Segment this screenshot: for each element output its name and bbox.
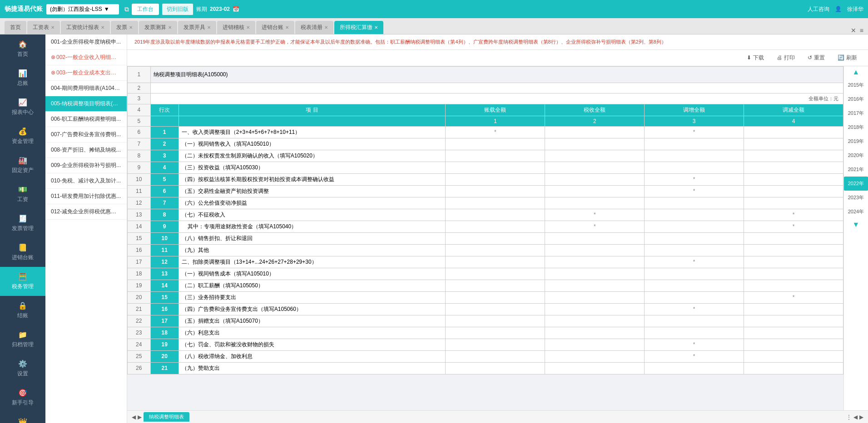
- sidebar-item-member[interactable]: 👑 畅会员: [0, 412, 45, 423]
- table-header-row: 4 行次 项 目 账载全额 税收全额 调增全额 调减全额: [128, 104, 843, 116]
- tab-invoice-open[interactable]: 发票开具 ✕: [178, 21, 216, 34]
- sidebar-item-finance[interactable]: 💰 资金管理: [0, 122, 45, 151]
- error-icon: ⊗: [51, 54, 55, 60]
- payroll-icon: 💵: [18, 185, 27, 194]
- year-item-2017[interactable]: 2017年: [844, 106, 868, 120]
- table-row: 13 8 （七）不征税收入 * *: [128, 209, 843, 221]
- col-a-header: 行次: [150, 104, 179, 116]
- sidebar-item-close[interactable]: 🔒 结账: [0, 296, 45, 325]
- newbie-icon: 🎯: [18, 389, 27, 397]
- year-item-2023[interactable]: 2023年: [844, 191, 868, 205]
- sidebar-item-invoices[interactable]: 🧾 发票管理: [0, 209, 45, 238]
- left-panel-item-010[interactable]: 010-免税、减计收入及加计...: [45, 173, 127, 189]
- year-item-2021[interactable]: 2021年: [844, 162, 868, 177]
- tab-invoice[interactable]: 发票 ✕: [111, 21, 138, 34]
- switch-button[interactable]: 切到旧版: [162, 3, 193, 15]
- table-row: 7 2 （一）视同销售收入（填写A105010）: [128, 138, 843, 150]
- workbench-button[interactable]: 工作台: [132, 4, 159, 15]
- close-icon[interactable]: ✕: [168, 25, 172, 30]
- left-panel-item-003[interactable]: ⊗003-一般企业成本支出明细...: [45, 65, 127, 81]
- support-label[interactable]: 人工咨询: [808, 5, 829, 13]
- table-row-2: 2: [128, 83, 843, 93]
- close-icon[interactable]: ✕: [207, 25, 211, 30]
- close-icon[interactable]: ✕: [285, 25, 289, 30]
- year-item-2020[interactable]: 2020年: [844, 148, 868, 162]
- left-panel-item-007[interactable]: 007-广告费和业务宣传费明...: [45, 127, 127, 143]
- col-b-header: 项 目: [179, 104, 446, 116]
- sidebar-item-ledger[interactable]: 📊 总账: [0, 64, 45, 93]
- close-all-icon[interactable]: ✕: [851, 27, 856, 34]
- sidebar-item-stockbook[interactable]: 📒 进销台账: [0, 238, 45, 267]
- year-item-2016[interactable]: 2016年: [844, 92, 868, 106]
- left-panel-item-008[interactable]: 008-资产折旧、摊销及纳税...: [45, 143, 127, 158]
- table-row: 24 19 （七）罚金、罚款和被没收财物的损失 *: [128, 339, 843, 350]
- close-icon[interactable]: ✕: [246, 25, 250, 30]
- scroll-right-icon[interactable]: ▶: [138, 414, 142, 420]
- download-button[interactable]: ⬇ 下载: [743, 53, 768, 63]
- table-row: 18 13 （一）视同销售成本（填写A105010）: [128, 268, 843, 280]
- left-panel-item-012[interactable]: 012-减免企业所得税优惠明细(0...: [45, 204, 127, 220]
- tab-stock-ledger[interactable]: 进销台账 ✕: [256, 21, 294, 34]
- tab-payroll-stats[interactable]: 工资统计报表 ✕: [61, 21, 110, 34]
- left-panel-item-005[interactable]: 005-纳税调整项目明细表(A1...: [45, 96, 127, 112]
- year-up-arrow[interactable]: ▲: [851, 66, 862, 78]
- sidebar-item-newbie[interactable]: 🎯 新手引导: [0, 383, 45, 412]
- bottom-tab-item[interactable]: 纳税调整明细表: [144, 412, 189, 422]
- copy-icon: ⧉: [124, 5, 129, 13]
- tab-stock-check[interactable]: 进销稽核 ✕: [217, 21, 255, 34]
- close-icon[interactable]: ✕: [324, 25, 328, 30]
- tab-bar: 首页 工资表 ✕ 工资统计报表 ✕ 发票 ✕ 发票测算 ✕ 发票开具 ✕ 进销稽…: [0, 18, 868, 34]
- year-down-arrow[interactable]: ▼: [851, 219, 862, 231]
- sidebar-item-payroll[interactable]: 💵 工资: [0, 180, 45, 209]
- table-row: 26 21 （九）赞助支出: [128, 362, 843, 374]
- sidebar-item-reports[interactable]: 📈 报表中心: [0, 93, 45, 122]
- tab-tax-clear[interactable]: 税表清册 ✕: [295, 21, 333, 34]
- year-item-2022[interactable]: 2022年: [844, 177, 868, 191]
- left-panel-item-001[interactable]: 001-企业所得税年度纳税申...: [45, 34, 127, 50]
- assets-icon: 🏭: [18, 156, 27, 165]
- refresh-button[interactable]: 🔄 刷新: [834, 53, 861, 63]
- sidebar-item-assets[interactable]: 🏭 固定资产: [0, 151, 45, 180]
- print-icon: 🖨: [777, 54, 782, 61]
- tab-payroll[interactable]: 工资表 ✕: [27, 21, 60, 34]
- app-logo: 畅捷通易代账: [5, 5, 43, 13]
- spreadsheet-container[interactable]: 1 纳税调整项目明细表(A105000) 2 3 全额单位：元: [127, 66, 843, 411]
- scroll-left-icon[interactable]: ◀: [132, 414, 136, 420]
- left-panel-item-009[interactable]: 009-企业所得税弥补亏损明...: [45, 158, 127, 173]
- tab-invoice-calc[interactable]: 发票测算 ✕: [139, 21, 177, 34]
- tab-home[interactable]: 首页: [5, 21, 26, 34]
- left-panel-item-004[interactable]: 004-期间费用明细表(A1040...: [45, 81, 127, 96]
- print-button[interactable]: 🖨 打印: [773, 53, 799, 63]
- col-f-header: 调减全额: [744, 104, 843, 116]
- close-icon[interactable]: ✕: [101, 25, 104, 30]
- sidebar-item-home[interactable]: 🏠 首页: [0, 34, 45, 64]
- sidebar-item-tax[interactable]: 🧮 税务管理: [0, 267, 45, 296]
- year-item-2015[interactable]: 2015年: [844, 78, 868, 92]
- tab-income-tax[interactable]: 所得税汇算缴 ✕: [334, 21, 383, 34]
- horizontal-scroll-right-icon[interactable]: ▶: [859, 414, 863, 420]
- tab-right-actions: ✕ ≡: [851, 27, 863, 34]
- col-e-header: 调增全额: [645, 104, 744, 116]
- left-panel-item-011[interactable]: 011-研发费用加计扣除优惠...: [45, 189, 127, 204]
- horizontal-scroll-left-icon[interactable]: ◀: [853, 414, 858, 420]
- table-sub-header-row: 5 1 2 3 4: [128, 116, 843, 126]
- close-icon[interactable]: ✕: [51, 25, 55, 30]
- year-item-2024[interactable]: 2024年: [844, 205, 868, 219]
- error-icon: ⊗: [51, 69, 55, 76]
- sidebar-item-archive[interactable]: 📁 归档管理: [0, 325, 45, 354]
- table-row: 11 6 （五）交易性金融资产初始投资调整 *: [128, 185, 843, 197]
- sub-header-c: 1: [446, 116, 545, 126]
- company-selector[interactable]: (勿删）江西股金-LSS ▼: [46, 4, 119, 15]
- close-icon[interactable]: ✕: [129, 25, 133, 30]
- year-item-2018[interactable]: 2018年: [844, 120, 868, 134]
- left-panel-item-002[interactable]: ⊗002-一般企业收入明细表(A1...: [45, 50, 127, 65]
- table-row: 14 9 其中：专项用途财政性资金（填写A105040） * *: [128, 221, 843, 232]
- close-icon[interactable]: ✕: [374, 25, 378, 30]
- user-label[interactable]: 徐泽华: [847, 5, 863, 13]
- sidebar-item-settings[interactable]: ⚙️ 设置: [0, 354, 45, 383]
- table-row-unit: 3 全额单位：元: [128, 93, 843, 104]
- year-item-2019[interactable]: 2019年: [844, 134, 868, 148]
- left-panel-item-006[interactable]: 006-职工薪酬纳税调整明细...: [45, 112, 127, 127]
- reset-button[interactable]: ↺ 重置: [804, 53, 828, 63]
- menu-icon[interactable]: ≡: [860, 27, 863, 34]
